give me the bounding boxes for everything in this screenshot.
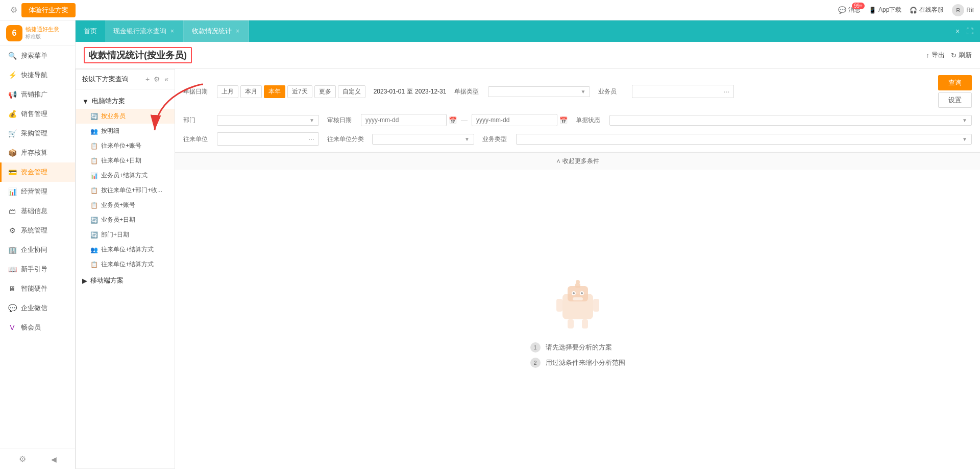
download-btn[interactable]: 📱 App下载	[869, 6, 901, 14]
tree-item-by-salesman[interactable]: 🔄 按业务员	[76, 109, 175, 124]
tree-item-detail-label: 按明细	[101, 127, 119, 135]
tree-item-unit-date-label: 往来单位+日期	[101, 156, 141, 165]
tree-item-unit-account[interactable]: 📋 往来单位+账号	[76, 138, 175, 153]
panel-settings-icon[interactable]: ⚙	[154, 75, 160, 83]
page-header: 收款情况统计(按业务员) ↑ 导出 ↻ 刷新	[76, 42, 980, 69]
notification-badge: 99+	[852, 3, 865, 9]
tree-item-unit-settlement[interactable]: 👥 往来单位+结算方式	[76, 242, 175, 257]
voucher-status-select[interactable]: ▼	[609, 115, 972, 126]
sidebar-item-basic[interactable]: 🗃 基础信息	[0, 201, 75, 221]
voucher-type-select[interactable]: ▼	[488, 86, 590, 97]
sidebar-item-sales[interactable]: 💰 销售管理	[0, 104, 75, 124]
sidebar-label-vip: 畅会员	[21, 323, 41, 332]
tree-item-salesman-account-icon: 📋	[90, 202, 98, 209]
date-btn-this-year[interactable]: 本年	[264, 85, 285, 98]
panel-add-icon[interactable]: +	[145, 75, 150, 83]
sidebar-item-inventory[interactable]: 📦 库存核算	[0, 143, 75, 162]
date-btn-last-month[interactable]: 上月	[217, 85, 238, 98]
svg-rect-6	[573, 297, 583, 300]
sidebar-item-search[interactable]: 🔍 搜索菜单	[0, 46, 75, 65]
svg-rect-11	[575, 284, 580, 288]
sidebar-label-sales: 销售管理	[21, 109, 47, 119]
sidebar-item-purchase[interactable]: 🛒 采购管理	[0, 124, 75, 143]
svg-rect-7	[556, 299, 562, 312]
sidebar-settings-icon[interactable]: ⚙	[19, 454, 26, 464]
header-settings-icon[interactable]: ⚙	[10, 5, 17, 15]
tree-item-salesman-date[interactable]: 🔄 业务员+日期	[76, 213, 175, 227]
window-close-icon[interactable]: ×	[953, 27, 962, 35]
sidebar-label-marketing: 营销推广	[21, 90, 47, 99]
tree-mobile-arrow: ▶	[82, 277, 87, 285]
tab-collection-stat[interactable]: 收款情况统计 ×	[184, 20, 249, 42]
sidebar-item-guide[interactable]: 📖 新手引导	[0, 260, 75, 279]
tree-item-unit-settlement2[interactable]: 📋 往来单位+结算方式	[76, 257, 175, 272]
tab-bank-flow-close[interactable]: ×	[169, 27, 175, 36]
audit-date-to[interactable]	[472, 114, 557, 126]
sales-icon: 💰	[8, 109, 17, 119]
tree-item-salesman-settlement-label: 业务员+结算方式	[101, 171, 148, 180]
tree-group-mobile: ▶ 移动端方案	[76, 273, 175, 288]
trial-btn[interactable]: 体验行业方案	[21, 3, 76, 17]
sidebar-label-finance: 资金管理	[21, 168, 47, 177]
sidebar-item-system[interactable]: ⚙ 系统管理	[0, 221, 75, 240]
panel-collapse-icon[interactable]: «	[164, 75, 168, 83]
tree-group-desktop: ▼ 电脑端方案 🔄 按业务员 👥 按明细	[76, 93, 175, 272]
dept-select[interactable]: ▼	[217, 115, 319, 126]
tree-item-salesman-account-label: 业务员+账号	[101, 201, 135, 209]
audit-date-label: 审核日期	[327, 116, 353, 125]
collapse-bar[interactable]: ∧ 收起更多条件	[175, 152, 980, 170]
sidebar-item-hardware[interactable]: 🖥 智能硬件	[0, 279, 75, 298]
sidebar-collapse-icon[interactable]: ◀	[51, 455, 57, 463]
step-1-text: 请先选择要分析的方案	[546, 343, 612, 352]
tree-item-unit-settlement-label: 往来单位+结算方式	[101, 245, 154, 254]
date-filter-group: 上月 本月 本年 近7天 更多 自定义	[217, 85, 365, 98]
tree-group-mobile-header[interactable]: ▶ 移动端方案	[76, 273, 175, 288]
sidebar-label-search: 搜索菜单	[21, 51, 47, 60]
export-btn[interactable]: ↑ 导出	[926, 51, 945, 60]
tree-item-dept-date[interactable]: 🔄 部门+日期	[76, 227, 175, 242]
tab-bank-flow[interactable]: 现金银行流水查询 ×	[105, 20, 184, 42]
counterpart-cat-select[interactable]: ▼	[372, 134, 474, 145]
counterpart-cat-label: 往来单位分类	[327, 135, 364, 144]
tree-item-unit-settlement2-icon: 📋	[90, 261, 98, 268]
refresh-btn[interactable]: ↻ 刷新	[951, 51, 972, 60]
svg-point-4	[573, 292, 575, 294]
sidebar-item-marketing[interactable]: 📢 营销推广	[0, 85, 75, 104]
date-btn-7days[interactable]: 近7天	[287, 85, 312, 98]
user-avatar: R	[952, 4, 964, 16]
counterpart-select[interactable]: ···	[217, 132, 319, 146]
date-btn-more[interactable]: 更多	[314, 85, 336, 98]
service-btn[interactable]: 🎧 在线客服	[910, 6, 944, 14]
sidebar-item-enterprise[interactable]: 🏢 企业协同	[0, 240, 75, 260]
tree-item-unit-date[interactable]: 📋 往来单位+日期	[76, 153, 175, 168]
sidebar-item-quick-nav[interactable]: ⚡ 快捷导航	[0, 65, 75, 85]
query-button[interactable]: 查询	[938, 75, 972, 90]
user-btn[interactable]: R Rit	[952, 4, 974, 16]
tab-collection-stat-close[interactable]: ×	[235, 27, 240, 36]
tree-item-salesman-settlement[interactable]: 📊 业务员+结算方式	[76, 168, 175, 183]
filter-row-2: 部门 ▼ 审核日期 📅 — 📅	[183, 114, 972, 126]
date-btn-custom[interactable]: 自定义	[338, 85, 365, 98]
salesman-select[interactable]: ···	[632, 85, 734, 98]
tab-home[interactable]: 首页	[76, 20, 105, 42]
tree-item-salesman-account[interactable]: 📋 业务员+账号	[76, 198, 175, 213]
window-maximize-icon[interactable]: ⛶	[966, 27, 974, 35]
tree-group-desktop-header[interactable]: ▼ 电脑端方案	[76, 93, 175, 109]
notification-btn[interactable]: 💬 消息 99+	[838, 6, 861, 14]
sidebar-item-vip[interactable]: V 畅会员	[0, 318, 75, 337]
guide-icon: 📖	[8, 265, 17, 274]
date-filter-label: 单据日期	[183, 87, 209, 96]
sidebar-item-operation[interactable]: 📊 经营管理	[0, 182, 75, 201]
sidebar-item-finance[interactable]: 💳 资金管理	[0, 162, 75, 182]
sidebar-item-wechat[interactable]: 💬 企业微信	[0, 298, 75, 318]
settings-button[interactable]: 设置	[938, 92, 972, 108]
sidebar-label-system: 系统管理	[21, 226, 47, 235]
tree-item-by-detail[interactable]: 👥 按明细	[76, 124, 175, 138]
biz-type-select[interactable]: ▼	[516, 134, 972, 145]
audit-date-from[interactable]	[361, 114, 447, 126]
inventory-icon: 📦	[8, 148, 17, 157]
date-btn-this-month[interactable]: 本月	[240, 85, 262, 98]
export-icon: ↑	[926, 52, 930, 59]
sidebar-label-enterprise: 企业协同	[21, 245, 47, 254]
tree-item-unit-dept-collect[interactable]: 📋 按往来单位+部门+收...	[76, 183, 175, 198]
